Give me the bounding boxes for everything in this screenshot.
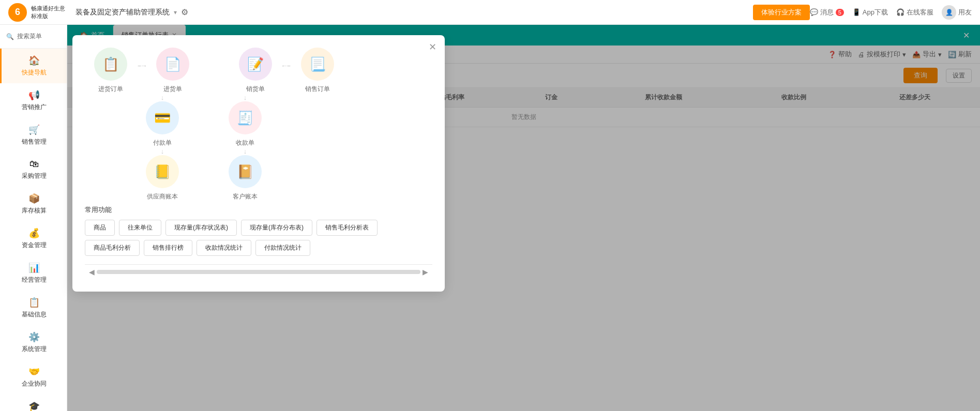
system-title: 装备及固定资产辅助管理系统 ▾ ⚙ bbox=[76, 7, 753, 17]
supplier-ledger-label: 供应商账本 bbox=[147, 192, 178, 201]
sidebar-item-system[interactable]: ⚙️ 系统管理 bbox=[0, 325, 67, 360]
sales-label: 销售管理 bbox=[22, 138, 47, 146]
flow-item-purchase-order[interactable]: 📋 进货订单 bbox=[85, 48, 137, 94]
flow-item-purchase-bill[interactable]: 📄 进货单 bbox=[147, 48, 199, 94]
sales-icon: 🛒 bbox=[28, 124, 40, 135]
finance-icon: 💰 bbox=[28, 227, 40, 239]
flow-item-sales-order[interactable]: 📃 销售订单 bbox=[292, 48, 343, 94]
func-btn-销售排行榜[interactable]: 销售排行榜 bbox=[144, 240, 192, 256]
receipt-label: 收款单 bbox=[236, 139, 254, 147]
flow-item-customer-ledger[interactable]: 📔 客户账本 bbox=[219, 155, 271, 201]
online-service-button[interactable]: 🎧 在线客服 bbox=[896, 8, 933, 17]
online-service-label: 在线客服 bbox=[907, 8, 933, 17]
scroll-left-btn[interactable]: ◀ bbox=[89, 268, 95, 276]
sidebar-item-sales[interactable]: 🛒 销售管理 bbox=[0, 118, 67, 153]
func-btn-销售毛利分析表[interactable]: 销售毛利分析表 bbox=[316, 220, 378, 236]
logo-area: 6 畅康通好生意 标准版 bbox=[8, 3, 76, 22]
arrows-row: ↓ ↓ bbox=[85, 94, 432, 101]
search-label: 搜索菜单 bbox=[17, 32, 42, 41]
func-btn-收款情况统计[interactable]: 收款情况统计 bbox=[197, 240, 251, 256]
finance-label: 资金管理 bbox=[22, 241, 47, 250]
quick-nav-label: 快捷导航 bbox=[22, 68, 47, 77]
flow-item-receipt[interactable]: 🧾 收款单 bbox=[219, 101, 271, 147]
flow-item-supplier-ledger[interactable]: 📒 供应商账本 bbox=[137, 155, 188, 201]
flow-circle-sales-order: 📃 bbox=[301, 48, 334, 81]
flow-modal: ✕ 📋 进货订单 - - → bbox=[72, 35, 445, 292]
sales-order-label: 销售订单 bbox=[305, 85, 330, 94]
flow-item-payment[interactable]: 💳 付款单 bbox=[137, 101, 188, 147]
logo-icon: 6 bbox=[8, 3, 27, 22]
sidebar-item-newbie[interactable]: 🎓 新手引导 bbox=[0, 394, 67, 411]
purchase-bill-label: 进货单 bbox=[163, 85, 182, 94]
spacer-b2 bbox=[188, 147, 219, 155]
trial-button[interactable]: 体验行业方案 bbox=[753, 5, 810, 20]
sidebar: 🔍 搜索菜单 🏠 快捷导航 📢 营销推广 🛒 销售管理 🛍 采购管理 📦 库存核… bbox=[0, 25, 67, 411]
scroll-track[interactable] bbox=[97, 270, 420, 274]
avatar: 👤 bbox=[942, 5, 956, 20]
flow-circle-purchase-order: 📋 bbox=[94, 48, 127, 81]
arrow-v3: ↓ bbox=[137, 147, 188, 155]
flow-row1: 📋 进货订单 - - → 📄 进货单 bbox=[85, 48, 343, 94]
basic-info-icon: 📋 bbox=[28, 297, 40, 308]
top-bar: 6 畅康通好生意 标准版 装备及固定资产辅助管理系统 ▾ ⚙ 体验行业方案 💬 … bbox=[0, 0, 980, 25]
app-download-label: App下载 bbox=[863, 8, 888, 17]
receipt-icon: 🧾 bbox=[237, 110, 253, 126]
sidebar-item-enterprise[interactable]: 🤝 企业协同 bbox=[0, 360, 67, 394]
sidebar-items: 🏠 快捷导航 📢 营销推广 🛒 销售管理 🛍 采购管理 📦 库存核算 💰 资金管… bbox=[0, 49, 67, 411]
quick-nav-icon: 🏠 bbox=[28, 55, 40, 66]
sidebar-item-finance[interactable]: 💰 资金管理 bbox=[0, 221, 67, 256]
sidebar-item-purchase[interactable]: 🛍 采购管理 bbox=[0, 153, 67, 187]
flow-circle-payment: 💳 bbox=[146, 101, 179, 134]
flow-circle-sales-bill: 📝 bbox=[239, 48, 272, 81]
flow-item-sales-bill[interactable]: 📝 销货单 bbox=[230, 48, 281, 94]
func-btn-商品毛利分析[interactable]: 商品毛利分析 bbox=[85, 240, 140, 256]
arrows-row2: ↓ ↓ bbox=[85, 147, 432, 155]
func-btn-现存量(库存分布表)[interactable]: 现存量(库存分布表) bbox=[241, 220, 312, 236]
func-btn-付款情况统计[interactable]: 付款情况统计 bbox=[255, 240, 310, 256]
modal-overlay[interactable]: ✕ 📋 进货订单 - - → bbox=[67, 25, 980, 411]
enterprise-icon: 🤝 bbox=[28, 366, 40, 377]
payment-label: 付款单 bbox=[153, 139, 172, 147]
payment-icon: 💳 bbox=[154, 110, 171, 126]
download-icon: 📱 bbox=[852, 8, 861, 16]
flow-circle-receipt: 🧾 bbox=[229, 101, 262, 134]
sales-bill-label: 销货单 bbox=[246, 85, 265, 94]
message-button[interactable]: 💬 消息 5 bbox=[810, 8, 844, 17]
title-arrow-icon: ▾ bbox=[174, 9, 177, 16]
inventory-icon: 📦 bbox=[28, 193, 40, 204]
operation-icon: 📊 bbox=[28, 262, 40, 273]
user-menu[interactable]: 👤 用友 bbox=[942, 5, 972, 20]
marketing-label: 营销推广 bbox=[22, 103, 47, 112]
sales-bill-icon: 📝 bbox=[247, 56, 264, 72]
func-btn-商品[interactable]: 商品 bbox=[85, 220, 115, 236]
search-menu-button[interactable]: 🔍 搜索菜单 bbox=[4, 30, 63, 43]
user-name: 用友 bbox=[958, 8, 972, 17]
message-label: 消息 bbox=[820, 8, 834, 17]
spacer-a2 bbox=[188, 94, 219, 101]
func-btn-现存量(库存状况表)[interactable]: 现存量(库存状况表) bbox=[165, 220, 237, 236]
func-buttons: 商品往来单位现存量(库存状况表)现存量(库存分布表)销售毛利分析表商品毛利分析销… bbox=[85, 220, 432, 256]
sidebar-item-quick-nav[interactable]: 🏠 快捷导航 bbox=[0, 49, 67, 83]
customer-ledger-icon: 📔 bbox=[237, 164, 253, 180]
flow-circle-purchase-bill: 📄 bbox=[156, 48, 189, 81]
arrow-h2: - - → bbox=[281, 62, 292, 70]
purchase-icon: 🛍 bbox=[29, 159, 39, 170]
sidebar-item-basic-info[interactable]: 📋 基础信息 bbox=[0, 291, 67, 325]
sidebar-item-marketing[interactable]: 📢 营销推广 bbox=[0, 83, 67, 118]
sidebar-item-operation[interactable]: 📊 经营管理 bbox=[0, 256, 67, 291]
scroll-right-btn[interactable]: ▶ bbox=[423, 268, 428, 276]
operation-label: 经营管理 bbox=[22, 276, 47, 284]
sidebar-search-area: 🔍 搜索菜单 bbox=[0, 25, 67, 49]
app-download-button[interactable]: 📱 App下载 bbox=[852, 8, 888, 17]
supplier-ledger-icon: 📒 bbox=[154, 164, 171, 180]
spacer-b1 bbox=[85, 147, 137, 155]
settings-icon[interactable]: ⚙ bbox=[181, 7, 188, 17]
sidebar-item-inventory[interactable]: 📦 库存核算 bbox=[0, 187, 67, 221]
logo-line1: 畅康通好生意 bbox=[31, 5, 65, 12]
func-btn-往来单位[interactable]: 往来单位 bbox=[119, 220, 161, 236]
search-icon: 🔍 bbox=[6, 33, 14, 40]
arrow-v1: ↓ bbox=[137, 94, 188, 101]
modal-close-button[interactable]: ✕ bbox=[429, 41, 436, 53]
message-badge: 5 bbox=[836, 9, 844, 16]
purchase-order-label: 进货订单 bbox=[98, 85, 123, 94]
